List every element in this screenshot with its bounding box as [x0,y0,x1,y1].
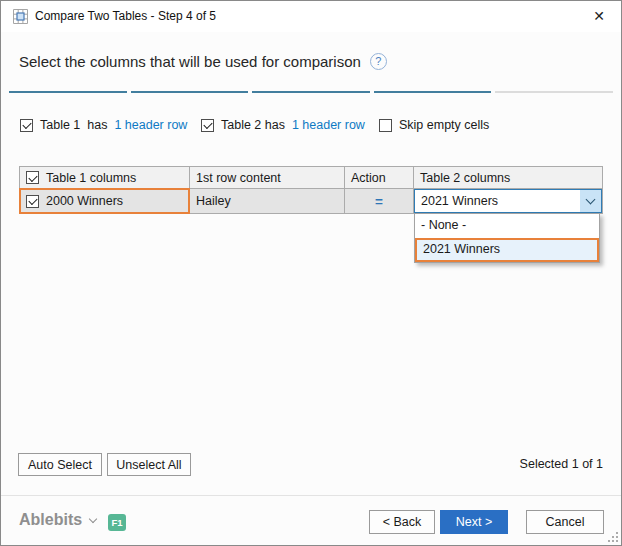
header-action-label: Action [351,171,386,185]
column-mapping-table: Table 1 columns 1st row content Action T… [19,166,603,214]
progress-segment [495,91,613,93]
close-icon[interactable]: ✕ [589,1,609,32]
table2-column-dropdown-list: - None - 2021 Winners [414,213,600,263]
f1-help-badge[interactable]: F1 [108,514,126,531]
resize-grip[interactable] [608,532,618,542]
table1-header-label: Table 1 has [40,118,107,132]
page-title: Select the columns that will be used for… [19,53,361,70]
table1-header-checkbox[interactable] [20,119,33,132]
title-bar: Compare Two Tables - Step 4 of 5 ✕ [1,1,621,32]
selected-status: Selected 1 of 1 [520,457,603,471]
chevron-down-icon [89,514,97,522]
page-heading-row: Select the columns that will be used for… [19,53,387,70]
header-table2-columns: Table 2 columns [414,167,602,188]
table1-header-row-link[interactable]: 1 header row [114,118,187,132]
unselect-all-button[interactable]: Unselect All [107,453,191,476]
header-1st-row-content: 1st row content [190,167,344,188]
row-column-checkbox[interactable] [26,195,39,208]
compare-two-tables-dialog: Compare Two Tables - Step 4 of 5 ✕ Selec… [0,0,622,546]
option-table2-header: Table 2 has 1 header row [201,118,365,132]
progress-segment [374,91,492,93]
ablebits-menu[interactable]: Ablebits [19,511,96,529]
header-1st-row-content-label: 1st row content [196,171,281,185]
cancel-button[interactable]: Cancel [526,510,604,534]
row-action-cell: = [345,189,413,213]
ablebits-logo: Ablebits [19,511,82,529]
row-1st-row-content-label: Hailey [196,194,231,208]
equals-action-icon: = [375,194,383,209]
progress-segment [131,91,249,93]
progress-steps [9,91,613,93]
help-icon[interactable]: ? [370,53,387,70]
combobox-value: 2021 Winners [415,194,580,208]
progress-segment [9,91,127,93]
skip-empty-cells-checkbox[interactable] [379,119,392,132]
combobox-dropdown-button[interactable] [580,190,601,212]
dropdown-item-none[interactable]: - None - [415,214,599,238]
header-table2-columns-label: Table 2 columns [420,171,510,185]
row-table1-column-label: 2000 Winners [46,194,123,208]
header-action: Action [345,167,413,188]
auto-select-button[interactable]: Auto Select [18,453,102,476]
table2-header-label: Table 2 has [221,118,285,132]
compare-tables-icon [12,8,29,25]
footer-divider [1,495,621,496]
back-button[interactable]: < Back [369,510,435,534]
option-skip-empty: Skip empty cells [379,118,489,132]
row-1st-row-content-cell: Hailey [190,189,344,213]
window-title: Compare Two Tables - Step 4 of 5 [35,1,216,32]
row-table2-column-cell: 2021 Winners [414,189,602,213]
skip-empty-cells-label: Skip empty cells [399,118,489,132]
dropdown-item-2021-winners[interactable]: 2021 Winners [415,238,599,262]
row-table1-column-cell: 2000 Winners [20,189,189,213]
header-table1-columns-label: Table 1 columns [46,171,136,185]
table2-header-checkbox[interactable] [201,119,214,132]
table2-column-combobox[interactable]: 2021 Winners [414,189,602,213]
table2-header-row-link[interactable]: 1 header row [292,118,365,132]
select-all-columns-checkbox[interactable] [26,171,39,184]
option-table1-header: Table 1 has 1 header row [20,118,187,132]
header-table1-columns: Table 1 columns [20,167,189,188]
next-button[interactable]: Next > [440,510,508,534]
progress-segment [252,91,370,93]
chevron-down-icon [586,195,596,205]
